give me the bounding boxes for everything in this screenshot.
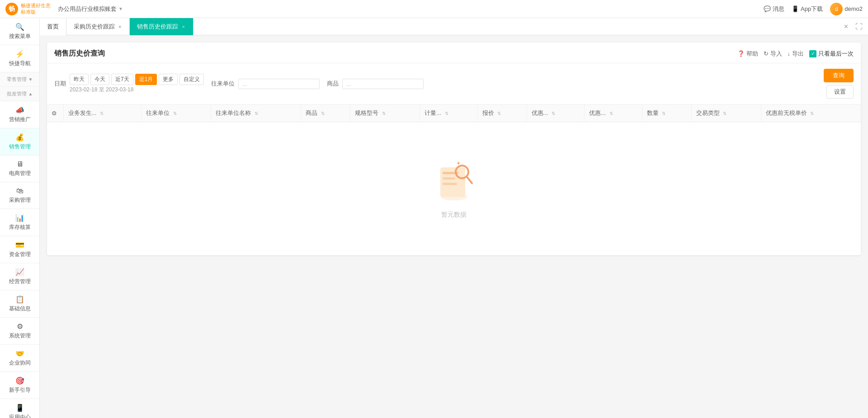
tab-purchase-history[interactable]: 采购历史价跟踪 × [66,18,130,35]
goods-input[interactable]: ... [342,79,424,89]
sidebar-item-label: 资金管理 [9,251,31,258]
top-bar-right: 💬 消息 📱 App下载 d demo2 [764,3,863,15]
sidebar-item-operation-mgmt[interactable]: 📈 经营管理 [0,263,39,290]
sidebar-item-newbie-guide[interactable]: 🎯 新手引导 [0,372,39,399]
tab-close-all-btn[interactable]: × [842,21,850,33]
tab-close-purchase[interactable]: × [118,24,122,29]
col-settings[interactable]: ⚙ [47,104,63,122]
col-partner-code[interactable]: 往来单位 ⇅ [142,104,211,122]
sort-icon: ⇅ [173,111,177,116]
sidebar-item-system-mgmt[interactable]: ⚙ 系统管理 [0,318,39,345]
tab-fullscreen-btn[interactable]: ⛶ [854,21,864,33]
tab-bar-actions: × ⛶ [842,21,868,33]
partner-input[interactable]: ... [238,79,320,89]
sidebar-item-marketing[interactable]: 📣 营销推广 [0,101,39,128]
import-btn[interactable]: ↻ 导入 [764,50,782,58]
sidebar-item-basic-info[interactable]: 📋 基础信息 [0,290,39,318]
check-icon: ✓ [811,51,815,57]
col-quote[interactable]: 报价 ⇅ [477,104,527,122]
sidebar-item-finance-mgmt[interactable]: 💳 资金管理 [0,236,39,263]
content-area: 首页 采购历史价跟踪 × 销售历史价跟踪 × × ⛶ 销售历史价查询 [40,18,868,418]
system-icon: ⚙ [17,322,23,331]
sort-icon: ⇅ [552,111,555,116]
col-goods[interactable]: 商品 ⇅ [301,104,350,122]
settings-button[interactable]: 设置 [826,85,854,99]
col-qty[interactable]: 数量 ⇅ [642,104,691,122]
ecommerce-icon: 🖥 [16,160,24,168]
tab-close-sales[interactable]: × [181,24,185,29]
app-selector[interactable]: 办公用品行业模拟账套 ▼ [54,3,127,15]
sidebar-item-label: 电商管理 [9,170,31,177]
basic-info-icon: 📋 [15,295,24,304]
sidebar-item-quick-nav[interactable]: ⚡ 快捷导航 [0,45,39,72]
logo-icon: 畅 [5,3,18,15]
table-header-row: ⚙ 业务发生... ⇅ 往来单位 ⇅ [47,104,861,122]
sidebar-item-search-menu[interactable]: 🔍 搜索菜单 [0,18,39,45]
avatar: d [830,3,843,15]
sidebar-item-app-center[interactable]: 📱 应用中心 [0,399,39,418]
col-partner-name[interactable]: 往来单位名称 ⇅ [211,104,301,122]
date-btn-yesterday[interactable]: 昨天 [70,74,89,85]
sidebar-item-sales-mgmt[interactable]: 💰 销售管理 [0,128,39,156]
message-action[interactable]: 💬 消息 [764,5,784,13]
col-discount2[interactable]: 优惠... ⇅ [585,104,642,122]
sidebar-item-purchase-mgmt[interactable]: 🛍 采购管理 [0,182,39,209]
sidebar-item-ecommerce-mgmt[interactable]: 🖥 电商管理 [0,156,39,182]
app-selector-text: 办公用品行业模拟账套 [58,5,117,13]
checkbox-icon[interactable]: ✓ [809,50,816,57]
app-center-icon: 📱 [15,404,24,412]
sidebar-item-label: 新手引导 [9,386,31,394]
col-qty-label: 数量 [647,109,659,116]
top-bar-left: 畅 畅捷通好生意 标准版 办公用品行业模拟账套 ▼ [5,3,127,15]
svg-rect-3 [443,177,455,180]
sidebar-item-label: 基础信息 [9,305,31,313]
tab-home[interactable]: 首页 [40,18,66,35]
col-unit-label: 计量... [425,109,441,116]
sidebar-item-label: 库存核算 [9,223,31,231]
date-btn-custom[interactable]: 自定义 [179,74,204,85]
sidebar-item-label: 系统管理 [9,332,31,340]
col-spec[interactable]: 规格型号 ⇅ [350,104,420,122]
finance-icon: 💳 [15,241,24,249]
col-pretax-price[interactable]: 优惠前无税单价 ⇅ [761,104,861,122]
svg-text:✦: ✦ [456,160,461,166]
sidebar-item-wholesale-mgmt[interactable]: 批发管理 ▲ [0,87,39,101]
only-last-checkbox[interactable]: ✓ 只看最后一次 [809,50,854,58]
user-profile[interactable]: d demo2 [830,3,863,15]
col-partner-name-label: 往来单位名称 [216,109,251,116]
goods-placeholder: ... [346,81,351,87]
partner-placeholder: ... [242,81,247,87]
sidebar-item-retail-mgmt[interactable]: 零售管理 ▼ [0,72,39,87]
page-title: 销售历史价查询 [54,49,105,58]
export-btn[interactable]: ↓ 导出 [788,50,804,58]
quick-nav-icon: ⚡ [15,50,24,58]
import-icon: ↻ [764,50,769,57]
date-btn-7days[interactable]: 近7天 [111,74,133,85]
operation-icon: 📈 [15,268,24,276]
app-download-action[interactable]: 📱 App下载 [792,5,823,13]
sidebar: 🔍 搜索菜单 ⚡ 快捷导航 零售管理 ▼ 批发管理 ▲ 📣 营销推广 💰 销售管… [0,18,40,418]
date-btn-1month[interactable]: 近1月 [135,74,157,85]
filter-goods-group: 商品 ... [327,79,424,89]
tab-sales-history[interactable]: 销售历史价跟踪 × [130,18,193,35]
col-discount1[interactable]: 优惠... ⇅ [527,104,585,122]
query-button[interactable]: 查询 [824,69,854,82]
col-biz-date[interactable]: 业务发生... ⇅ [63,104,142,122]
col-unit[interactable]: 计量... ⇅ [420,104,478,122]
date-btn-today[interactable]: 今天 [90,74,109,85]
sidebar-item-label: 营销推广 [9,116,31,124]
col-trade-type[interactable]: 交易类型 ⇅ [691,104,761,122]
page-card: 销售历史价查询 ❓ 帮助 ↻ 导入 ↓ 导出 [47,43,861,255]
sidebar-item-enterprise-coop[interactable]: 🤝 企业协同 [0,345,39,372]
col-spec-label: 规格型号 [355,109,378,116]
date-btn-more[interactable]: 更多 [159,74,178,85]
sidebar-item-label: 批发管理 [7,90,27,97]
tab-purchase-history-label: 采购历史价跟踪 [74,23,115,31]
help-btn[interactable]: ❓ 帮助 [737,50,758,58]
expand-icon: ▼ [28,77,33,82]
download-icon: 📱 [792,5,799,12]
logo-text: 畅捷通好生意 标准版 [21,3,51,14]
svg-rect-4 [443,183,457,185]
filter-partner-group: 往来单位 ... [211,79,320,89]
sidebar-item-inventory-check[interactable]: 📊 库存核算 [0,209,39,236]
